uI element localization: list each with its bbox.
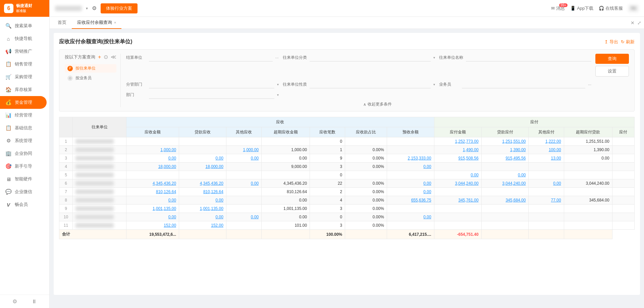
cell-value[interactable]: 0.00 — [423, 164, 431, 169]
window-close-icon[interactable]: ✕ — [631, 20, 635, 26]
cell-value[interactable]: 0.00 — [251, 181, 259, 186]
unit-category-input[interactable] — [310, 54, 431, 61]
dept-chevron-icon[interactable]: ▾ — [277, 93, 279, 97]
unit-nature-chevron-icon[interactable]: ▾ — [433, 83, 435, 86]
unit-category-chevron-icon[interactable]: ▾ — [433, 56, 435, 59]
settlement-unit-dots-icon[interactable]: ··· — [275, 55, 279, 60]
cell-value[interactable]: 0.00 — [216, 156, 223, 161]
salesman-dots-icon[interactable]: ··· — [588, 82, 591, 87]
service-button[interactable]: 🎧 在线客服 — [599, 5, 623, 11]
sidebar-item-search[interactable]: 🔍 搜索菜单 — [0, 19, 49, 32]
cell-value[interactable]: 345,761.00 — [459, 198, 479, 203]
setting-button[interactable]: 设置 — [595, 66, 629, 77]
cell-value[interactable]: 4,345,436.20 — [153, 181, 176, 186]
cell-value[interactable]: 0.00 — [553, 181, 561, 186]
cell-value[interactable]: 0.00 — [168, 215, 176, 219]
cell-value[interactable]: 915,508.56 — [459, 156, 479, 161]
refresh-button[interactable]: ↻ 刷新 — [621, 39, 635, 45]
cell-value[interactable]: 1,001,135.00 — [153, 206, 176, 211]
cell-value[interactable]: 13.00 — [551, 156, 561, 161]
cell-value[interactable]: 0.00 — [216, 198, 223, 203]
unit-nature-input[interactable] — [310, 81, 431, 88]
window-expand-icon[interactable]: ⤢ — [637, 20, 641, 26]
cell-value[interactable]: 0.00 — [423, 189, 431, 194]
settlement-unit-input[interactable] — [149, 54, 272, 61]
table-row[interactable]: 3 0.00 0.00 0.00 0.00 9 0.00% 2,153,333.… — [59, 154, 635, 163]
tab-home[interactable]: 首页 — [52, 17, 72, 29]
cell-value[interactable]: 0.00 — [423, 215, 431, 219]
app-download-button[interactable]: 📱 App下载 — [570, 5, 593, 11]
cell-value[interactable]: 3,044,240.00 — [455, 181, 478, 186]
query-button[interactable]: 查询 — [595, 54, 629, 64]
table-row[interactable]: 5 0 0.00 0.00 — [59, 171, 635, 179]
department-input[interactable] — [149, 81, 274, 88]
table-row[interactable]: 8 0.00 0.00 0.00 4 0.00% 655,636.75 345,… — [59, 196, 635, 205]
cell-value[interactable]: 2,153,333.00 — [408, 156, 431, 161]
filter-scheme-by-partner[interactable]: P 按往来单位 — [65, 64, 116, 73]
tab-ar-query[interactable]: 应收应付余额查询 × — [72, 17, 121, 29]
cell-value[interactable]: 1,390.00 — [510, 147, 526, 152]
cell-value[interactable]: 0.00 — [168, 198, 176, 203]
table-row[interactable]: 7 810,126.64 810,126.64 810,126.64 2 0.0… — [59, 188, 635, 196]
cell-value[interactable]: 152.00 — [164, 223, 176, 228]
sidebar-item-operation[interactable]: 📊 经营管理 — [0, 109, 49, 122]
sidebar-item-guide[interactable]: 🎯 新手引导 — [0, 160, 49, 173]
cell-value[interactable]: 0.00 — [216, 215, 223, 219]
table-row[interactable]: 6 4,345,436.20 4,345,436.20 0.00 4,345,4… — [59, 179, 635, 188]
sidebar-item-hardware[interactable]: 🖥 智能硬件 — [0, 173, 49, 185]
cell-value[interactable]: 915,495.56 — [505, 156, 526, 161]
solution-button[interactable]: 体验行业方案 — [101, 3, 138, 13]
dept-input[interactable] — [149, 91, 274, 99]
cell-value[interactable]: 345,684.00 — [505, 198, 526, 203]
cell-value[interactable]: 0.00 — [251, 215, 259, 219]
cell-value[interactable]: 1,001,135.00 — [200, 206, 223, 211]
cell-value[interactable]: 3,044,240.00 — [502, 181, 526, 186]
filter-collapse-row[interactable]: ∧ 收起更多条件 — [126, 101, 629, 107]
cell-value[interactable]: 100.00 — [549, 147, 561, 152]
filter-scheme-by-salesman[interactable]: ⊙ 按业务员 — [65, 74, 116, 82]
cell-value[interactable]: 1,252,773.00 — [455, 139, 478, 144]
filter-add-icon[interactable]: + — [98, 54, 101, 60]
cell-value[interactable]: 77.00 — [551, 198, 561, 203]
table-row[interactable]: 2 1,000.00 1,000.00 1,000.00 1 0.00% 1,4… — [59, 146, 635, 154]
filter-collapse-icon[interactable]: ≪ — [111, 54, 116, 60]
sidebar-item-corp[interactable]: 🏢 企业协同 — [0, 147, 49, 160]
sidebar-item-quick[interactable]: ⌂ 快捷导航 — [0, 32, 49, 45]
cell-value[interactable]: 810,126.64 — [156, 189, 176, 194]
table-row[interactable]: 10 0.00 0.00 0.00 0.00 0 0.00% 0.00 — [59, 213, 635, 221]
cell-value[interactable]: 0.00 — [251, 156, 259, 161]
cell-value[interactable]: 1,251,551.00 — [502, 139, 526, 144]
cell-value[interactable]: 0.00 — [518, 173, 526, 177]
sidebar-item-purchase[interactable]: 🛒 采购管理 — [0, 71, 49, 83]
cell-value[interactable]: 4,345,436.20 — [200, 181, 223, 186]
cell-value[interactable]: 1,000.00 — [160, 147, 176, 152]
cell-value[interactable]: 1,222.00 — [545, 139, 561, 144]
header-gear-icon[interactable]: ⚙ — [92, 5, 97, 11]
sidebar-item-member[interactable]: V 畅会员 — [0, 198, 49, 211]
sidebar-item-inventory[interactable]: 🏠 库存核算 — [0, 83, 49, 96]
salesman-input[interactable] — [462, 81, 585, 88]
cell-value[interactable]: 0.00 — [471, 173, 478, 177]
sidebar-item-system[interactable]: ⚙ 系统管理 — [0, 134, 49, 147]
sidebar-item-marketing[interactable]: 📢 营销推广 — [0, 45, 49, 58]
cell-value[interactable]: 0.00 — [423, 181, 431, 186]
cell-value[interactable]: 18,000.00 — [158, 164, 176, 169]
tab-close-icon[interactable]: × — [114, 20, 116, 25]
sidebar-item-finance[interactable]: 💰 资金管理 — [0, 96, 47, 109]
cell-value[interactable]: 18,000.00 — [206, 164, 223, 169]
cell-value[interactable]: 1,000.00 — [243, 147, 259, 152]
user-avatar[interactable]: Rit — [628, 5, 639, 12]
table-row[interactable]: 11 152.00 152.00 101.00 3 0.00% — [59, 221, 635, 230]
cell-value[interactable]: 0.00 — [168, 156, 176, 161]
sidebar-collapse-icon[interactable]: ⏸ — [32, 299, 37, 305]
cell-value[interactable]: 1,490.00 — [463, 147, 479, 152]
table-row[interactable]: 1 0 1,252,773.00 1,251,551.00 1,222.00 1… — [59, 137, 635, 146]
sidebar-item-basic[interactable]: 📋 基础信息 — [0, 122, 49, 134]
table-row[interactable]: 9 1,001,135.00 1,001,135.00 1,001,135.00… — [59, 205, 635, 213]
cell-value[interactable]: 152.00 — [211, 223, 223, 228]
sidebar-item-sales[interactable]: 📋 销售管理 — [0, 58, 49, 71]
filter-setting-icon[interactable]: ⊙ — [104, 54, 108, 60]
export-button[interactable]: ↥ 导出 — [604, 39, 618, 45]
unit-name-input[interactable] — [466, 54, 591, 61]
sidebar-item-wechat[interactable]: 💬 企业微信 — [0, 185, 49, 198]
